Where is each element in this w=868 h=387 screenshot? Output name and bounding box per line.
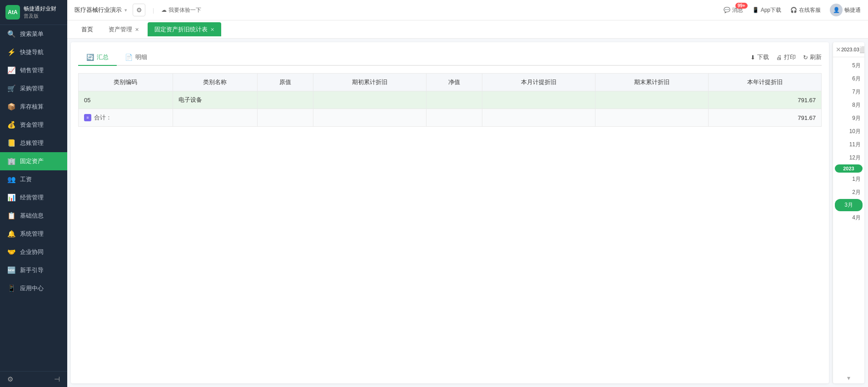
sidebar-item-enterprise[interactable]: 🤝 企业协同 [0,243,67,261]
enterprise-icon: 🤝 [7,248,15,256]
month-item-7[interactable]: 7月 [833,85,864,99]
sidebar-item-purchase[interactable]: 🛒 采购管理 [0,79,67,98]
print-icon: 🖨 [776,54,782,61]
total-label-cell: ≡ 合计： [79,109,173,127]
sub-tab-detail[interactable]: 📄 明细 [117,50,155,66]
content-area: 🔄 汇总 📄 明细 ⬇ 下载 🖨 打印 [67,39,868,387]
refresh-icon: ↻ [803,54,808,61]
print-btn[interactable]: 🖨 打印 [776,53,796,61]
col-header-monthly-dep: 本月计提折旧 [482,74,595,91]
inventory-icon: 📦 [7,103,15,111]
cell-code: 05 [79,91,173,109]
settings-btn[interactable]: ⚙ [133,4,145,16]
logo-icon: AtA [5,5,20,20]
month-item-1[interactable]: 1月 [833,173,864,186]
payroll-icon: 👥 [7,175,15,184]
sidebar-item-basic-info[interactable]: 📋 基础信息 [0,207,67,225]
company-selector[interactable]: 医疗器械行业演示 ▾ [74,6,127,14]
user-avatar: 👤 [830,4,843,16]
col-header-net: 净值 [427,74,482,91]
tab-home[interactable]: 首页 [74,22,100,36]
download-report-btn[interactable]: ⬇ 下载 [750,53,769,61]
month-item-2[interactable]: 2月 [833,186,864,199]
logo-text: 畅捷通好业财 普及版 [24,5,56,19]
sidebar-item-system[interactable]: 🔔 系统管理 [0,225,67,243]
sub-tab-summary[interactable]: 🔄 汇总 [78,50,117,66]
total-icon: ≡ [84,114,91,121]
sidebar-item-operations[interactable]: 📊 经营管理 [0,189,67,207]
message-btn[interactable]: 💬 消息 99+ [724,6,743,14]
sidebar-item-fixed-assets[interactable]: 🏢 固定资产 [0,152,67,170]
summary-icon: 🔄 [86,54,94,61]
sidebar-item-inventory[interactable]: 📦 库存核算 [0,98,67,116]
experience-btn[interactable]: ☁ 我要体验一下 [161,6,201,14]
col-header-annual-dep: 本年计提折旧 [709,74,822,91]
message-icon: 💬 [724,7,730,13]
download-btn[interactable]: 📱 App下载 [752,6,781,14]
table-row[interactable]: 05 电子设备 791.67 [79,91,822,109]
sidebar-item-app-center[interactable]: 📱 应用中心 [0,279,67,298]
month-item-10[interactable]: 10月 [833,125,864,138]
user-menu[interactable]: 👤 畅捷通 [830,4,861,16]
toolbar: ⬇ 下载 🖨 打印 ↻ 刷新 [750,53,822,61]
side-panel-close-btn[interactable]: ✕ [836,46,841,53]
basic-info-icon: 📋 [7,212,15,220]
sidebar-item-payroll[interactable]: 👥 工资 [0,170,67,189]
breadcrumb-tabs: 首页 资产管理 ✕ 固定资产折旧统计表 ✕ [67,20,868,39]
tab-fixed-asset-report[interactable]: 固定资产折旧统计表 ✕ [148,22,221,36]
main-area: 医疗器械行业演示 ▾ ⚙ | ☁ 我要体验一下 💬 消息 99+ 📱 App下载… [67,0,868,387]
sidebar-item-ledger[interactable]: 📒 总账管理 [0,134,67,152]
operations-icon: 📊 [7,194,15,202]
settings-footer-btn[interactable]: ⚙ [7,375,13,383]
total-period-dep [595,109,709,127]
cell-net [427,91,482,109]
finance-icon: 💰 [7,121,15,129]
total-net [427,109,482,127]
download-report-icon: ⬇ [750,54,755,61]
app-logo: AtA 畅捷通好业财 普及版 [0,0,67,25]
month-item-3[interactable]: 3月 [835,199,863,211]
service-icon: 🎧 [790,7,797,13]
sidebar-item-finance[interactable]: 💰 资金管理 [0,116,67,134]
side-panel-scroll: 5月 6月 7月 8月 9月 10月 11月 12月 2023 1月 2月 3月… [833,57,864,372]
month-item-12[interactable]: 12月 [833,151,864,164]
month-item-11[interactable]: 11月 [833,138,864,151]
tab-asset-mgmt[interactable]: 资产管理 ✕ [102,22,146,36]
month-item-6[interactable]: 6月 [833,72,864,85]
month-item-4[interactable]: 4月 [833,211,864,224]
cell-acc-dep [313,91,427,109]
cell-annual-dep: 791.67 [709,91,822,109]
download-icon: 📱 [752,7,759,13]
month-item-9[interactable]: 9月 [833,112,864,125]
sidebar-item-guide[interactable]: 🆕 新手引导 [0,261,67,279]
purchase-icon: 🛒 [7,84,15,93]
month-item-5[interactable]: 5月 [833,59,864,72]
total-row: ≡ 合计： 791.67 [79,109,822,127]
top-nav: 医疗器械行业演示 ▾ ⚙ | ☁ 我要体验一下 💬 消息 99+ 📱 App下载… [67,0,868,20]
ledger-icon: 📒 [7,139,15,147]
company-dropdown-icon: ▾ [124,7,127,13]
cell-name: 电子设备 [173,91,257,109]
col-header-code: 类别编码 [79,74,173,91]
month-item-8[interactable]: 8月 [833,99,864,112]
total-name [173,109,257,127]
col-header-name: 类别名称 [173,74,257,91]
tab-fixed-asset-report-close[interactable]: ✕ [210,27,214,33]
refresh-btn[interactable]: ↻ 刷新 [803,53,822,61]
sidebar-item-search[interactable]: 🔍 搜索菜单 [0,25,67,43]
side-panel-title: 2023.03 [841,47,859,52]
sidebar-item-sales[interactable]: 📈 销售管理 [0,61,67,79]
service-btn[interactable]: 🎧 在线客服 [790,6,821,14]
collapse-sidebar-btn[interactable]: ⊣ [54,375,60,383]
col-header-period-dep: 期末累计折旧 [595,74,709,91]
sidebar-item-quick-nav[interactable]: ⚡ 快捷导航 [0,43,67,61]
side-panel-expand-btn[interactable]: ⬜ [859,46,864,53]
tab-asset-mgmt-close[interactable]: ✕ [135,27,139,33]
cloud-icon: ☁ [161,7,167,13]
sidebar: AtA 畅捷通好业财 普及版 🔍 搜索菜单 ⚡ 快捷导航 📈 销售管理 🛒 采购… [0,0,67,387]
search-icon: 🔍 [7,30,15,38]
side-panel-header: ✕ 2023.03 ⬜ [833,42,864,57]
sidebar-footer: ⚙ ⊣ [0,371,67,387]
total-acc-dep [313,109,427,127]
side-panel-scroll-down[interactable]: ▾ [833,372,864,383]
